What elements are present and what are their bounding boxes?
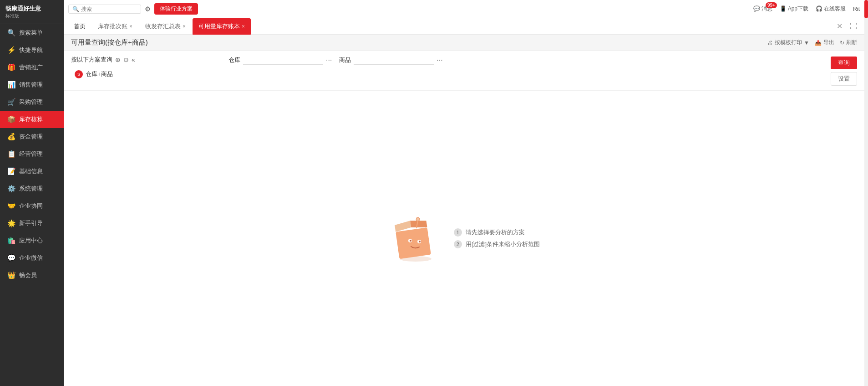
sidebar-item-wechat[interactable]: 💬企业微信 bbox=[0, 249, 64, 267]
sidebar-item-search[interactable]: 🔍搜索菜单 bbox=[0, 24, 64, 41]
sidebar-item-label: 基础信息 bbox=[19, 167, 43, 175]
sidebar-menu: 🔍搜索菜单⚡快捷导航🎁营销推广📊销售管理🛒采购管理📦库存核算💰资金管理📋经营管理… bbox=[0, 24, 64, 386]
empty-illustration bbox=[388, 211, 443, 266]
headset-icon: 🎧 bbox=[816, 5, 822, 12]
tab-home[interactable]: 首页 bbox=[68, 18, 91, 35]
sidebar-item-label: 畅会员 bbox=[19, 271, 37, 279]
tab-available-ledger-label: 可用量库存账本 bbox=[198, 22, 240, 31]
tab-available-ledger[interactable]: 可用量库存账本 × bbox=[193, 18, 251, 35]
refresh-btn[interactable]: ↻ 刷新 bbox=[840, 39, 857, 46]
export-icon: 📤 bbox=[815, 40, 822, 46]
warehouse-filter-label: 仓库 bbox=[228, 56, 240, 64]
content-area: 按以下方案查询 ⊕ ⊙ « S 仓库+商品 仓库 ··· 商品 bbox=[64, 51, 864, 386]
sidebar-item-label: 资金管理 bbox=[19, 133, 43, 141]
online-service-btn[interactable]: 🎧 在线客服 bbox=[816, 5, 846, 13]
sidebar-item-basic[interactable]: 📝基础信息 bbox=[0, 163, 64, 180]
scheme-header-label: 按以下方案查询 bbox=[71, 56, 112, 64]
print-label: 按模板打印 bbox=[775, 39, 802, 46]
tab-receive-summary[interactable]: 收发存汇总表 × bbox=[139, 18, 192, 35]
sidebar-item-finance[interactable]: 💰资金管理 bbox=[0, 128, 64, 145]
message-btn[interactable]: 💬 消息 99+ bbox=[753, 5, 772, 13]
finance-icon: 💰 bbox=[7, 133, 15, 141]
sidebar-item-quick-nav[interactable]: ⚡快捷导航 bbox=[0, 41, 64, 59]
settings-btn[interactable]: 设置 bbox=[831, 72, 857, 86]
user-menu[interactable]: Rit bbox=[853, 6, 860, 12]
sidebar-item-sales[interactable]: 📊销售管理 bbox=[0, 76, 64, 93]
member-icon: 👑 bbox=[7, 271, 15, 279]
page-header-actions: 🖨 按模板打印 ▼ 📤 导出 ↻ 刷新 bbox=[767, 39, 857, 46]
industry-btn[interactable]: 体验行业方案 bbox=[154, 3, 198, 15]
newbie-icon: 🌟 bbox=[7, 219, 15, 227]
topbar-right: 💬 消息 99+ 📱 App下载 🎧 在线客服 Rit bbox=[753, 5, 860, 13]
refresh-icon: ↻ bbox=[840, 40, 844, 46]
sidebar-item-label: 采购管理 bbox=[19, 98, 43, 106]
query-bar: 按以下方案查询 ⊕ ⊙ « S 仓库+商品 仓库 ··· 商品 bbox=[64, 51, 864, 91]
filter-area: 仓库 ··· 商品 ··· bbox=[228, 56, 823, 65]
page-header: 可用量查询(按仓库+商品) 🖨 按模板打印 ▼ 📤 导出 ↻ 刷新 bbox=[64, 35, 864, 51]
tip-num-1: 1 bbox=[454, 228, 462, 237]
app-center-icon: 🛍️ bbox=[7, 237, 15, 245]
scheme-item-warehouse-product[interactable]: S 仓库+商品 bbox=[71, 67, 216, 81]
product-filter-group: 商品 ··· bbox=[339, 56, 442, 65]
main-area: 🔍 ⚙ 体验行业方案 💬 消息 99+ 📱 App下载 🎧 在线客服 Rit bbox=[64, 0, 864, 386]
gear-icon[interactable]: ⚙ bbox=[145, 5, 151, 13]
product-filter-label: 商品 bbox=[339, 56, 351, 64]
svg-point-6 bbox=[410, 240, 411, 242]
sidebar-item-enterprise[interactable]: 🤝企业协同 bbox=[0, 197, 64, 215]
basic-icon: 📝 bbox=[7, 167, 15, 175]
inventory-icon: 📦 bbox=[7, 115, 15, 124]
sidebar-item-label: 新手引导 bbox=[19, 219, 43, 227]
sidebar-item-system[interactable]: ⚙️系统管理 bbox=[0, 180, 64, 197]
sidebar-item-label: 应用中心 bbox=[19, 237, 43, 245]
sidebar-item-app-center[interactable]: 🛍️应用中心 bbox=[0, 232, 64, 249]
query-btn[interactable]: 查询 bbox=[831, 57, 857, 69]
page-title: 可用量查询(按仓库+商品) bbox=[71, 38, 148, 47]
app-download-btn[interactable]: 📱 App下载 bbox=[780, 5, 808, 13]
expand-btn[interactable]: ⛶ bbox=[847, 21, 860, 31]
svg-rect-1 bbox=[396, 227, 431, 259]
warehouse-more-btn[interactable]: ··· bbox=[326, 56, 332, 64]
enterprise-icon: 🤝 bbox=[7, 202, 15, 210]
product-filter-input[interactable] bbox=[354, 56, 434, 65]
sidebar-item-newbie[interactable]: 🌟新手引导 bbox=[0, 215, 64, 232]
sidebar-item-label: 经营管理 bbox=[19, 150, 43, 158]
close-tab-btn[interactable]: ✕ bbox=[834, 21, 845, 31]
refresh-label: 刷新 bbox=[846, 39, 857, 46]
warehouse-filter-input[interactable] bbox=[243, 56, 323, 65]
print-btn[interactable]: 🖨 按模板打印 ▼ bbox=[767, 39, 809, 46]
settings-scheme-btn[interactable]: ⊙ bbox=[123, 56, 129, 63]
purchase-icon: 🛒 bbox=[7, 98, 15, 106]
product-more-btn[interactable]: ··· bbox=[437, 56, 442, 64]
svg-point-7 bbox=[419, 241, 421, 242]
tabs-right-controls: ✕ ⛶ bbox=[834, 21, 860, 31]
sidebar-item-label: 搜索菜单 bbox=[19, 29, 43, 37]
export-btn[interactable]: 📤 导出 bbox=[815, 39, 834, 46]
tab-receive-summary-close[interactable]: × bbox=[183, 23, 186, 30]
tab-batch-ledger-close[interactable]: × bbox=[129, 23, 132, 30]
collapse-scheme-btn[interactable]: « bbox=[132, 56, 135, 63]
right-scrollbar[interactable] bbox=[864, 0, 868, 386]
search-input[interactable] bbox=[81, 6, 131, 12]
svg-point-9 bbox=[416, 217, 420, 221]
wechat-icon: 💬 bbox=[7, 254, 15, 262]
topbar-search-box[interactable]: 🔍 bbox=[68, 5, 141, 14]
print-dropdown-icon[interactable]: ▼ bbox=[804, 40, 809, 46]
tab-bar: 首页 库存批次账 × 收发存汇总表 × 可用量库存账本 × ✕ ⛶ bbox=[64, 18, 864, 35]
system-icon: ⚙️ bbox=[7, 185, 15, 193]
sidebar-item-operations[interactable]: 📋经营管理 bbox=[0, 145, 64, 163]
operations-icon: 📋 bbox=[7, 150, 15, 158]
tab-available-ledger-close[interactable]: × bbox=[242, 23, 245, 30]
sidebar-item-purchase[interactable]: 🛒采购管理 bbox=[0, 93, 64, 111]
add-scheme-btn[interactable]: ⊕ bbox=[115, 56, 121, 63]
sidebar-item-label: 企业协同 bbox=[19, 202, 43, 210]
tab-home-label: 首页 bbox=[74, 22, 86, 31]
sidebar-item-label: 营销推广 bbox=[19, 63, 43, 72]
service-label: 在线客服 bbox=[824, 5, 846, 12]
tab-batch-ledger[interactable]: 库存批次账 × bbox=[92, 18, 138, 35]
tab-receive-summary-label: 收发存汇总表 bbox=[145, 22, 181, 31]
sidebar-item-marketing[interactable]: 🎁营销推广 bbox=[0, 59, 64, 76]
sidebar-item-member[interactable]: 👑畅会员 bbox=[0, 267, 64, 284]
warehouse-filter-group: 仓库 ··· bbox=[228, 56, 332, 65]
search-icon: 🔍 bbox=[72, 6, 79, 12]
sidebar-item-inventory[interactable]: 📦库存核算 bbox=[0, 111, 64, 128]
